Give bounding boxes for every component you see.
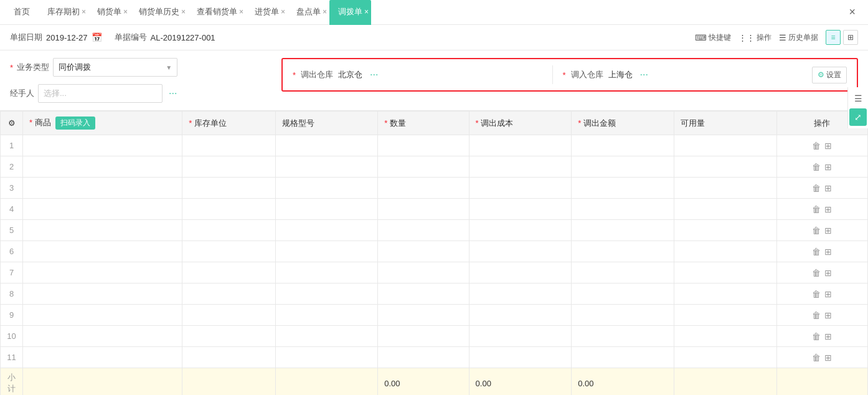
row-qty[interactable] — [378, 220, 469, 241]
row-available[interactable] — [674, 156, 776, 178]
row-qty[interactable] — [378, 305, 469, 326]
row-unit[interactable] — [182, 347, 275, 368]
row-available[interactable] — [674, 178, 776, 199]
row-qty[interactable] — [378, 178, 469, 199]
warehouse-out-more-btn[interactable]: ··· — [367, 69, 380, 80]
copy-icon[interactable]: ⊞ — [824, 247, 832, 257]
row-cost[interactable] — [469, 135, 572, 156]
row-amount[interactable] — [572, 283, 674, 305]
row-spec[interactable] — [275, 156, 378, 178]
copy-icon[interactable]: ⊞ — [824, 183, 832, 193]
row-spec[interactable] — [275, 326, 378, 347]
right-panel-expand-btn[interactable]: ⤢ — [849, 108, 867, 126]
warehouse-in-more-btn[interactable]: ··· — [638, 69, 651, 80]
row-product[interactable] — [23, 135, 182, 156]
row-spec[interactable] — [275, 305, 378, 326]
delete-icon[interactable]: 🗑 — [812, 162, 821, 172]
row-spec[interactable] — [275, 283, 378, 305]
tab-purchase-order-close[interactable]: × — [281, 7, 285, 16]
grid-view-btn[interactable]: ⊞ — [843, 30, 858, 45]
delete-icon[interactable]: 🗑 — [812, 310, 821, 320]
row-spec[interactable] — [275, 178, 378, 199]
row-cost[interactable] — [469, 326, 572, 347]
right-panel-list-btn[interactable]: ☰ — [849, 90, 867, 107]
row-unit[interactable] — [182, 262, 275, 283]
tab-inventory-count-close[interactable]: × — [323, 7, 327, 16]
tab-sales-history[interactable]: 销货单历史 × — [130, 0, 188, 25]
row-amount[interactable] — [572, 305, 674, 326]
row-product[interactable] — [23, 199, 182, 220]
row-unit[interactable] — [182, 326, 275, 347]
business-type-select[interactable]: 同价调拨 ▼ — [53, 58, 177, 77]
calendar-icon[interactable]: 📅 — [92, 32, 102, 42]
row-amount[interactable] — [572, 178, 674, 199]
row-amount[interactable] — [572, 199, 674, 220]
row-unit[interactable] — [182, 305, 275, 326]
tab-inventory-start[interactable]: 库存期初 × — [39, 0, 88, 25]
handler-more-btn[interactable]: ··· — [166, 88, 179, 99]
row-cost[interactable] — [469, 283, 572, 305]
copy-icon[interactable]: ⊞ — [824, 204, 832, 214]
row-cost[interactable] — [469, 305, 572, 326]
row-cost[interactable] — [469, 220, 572, 241]
row-qty[interactable] — [378, 199, 469, 220]
tab-view-sales-close[interactable]: × — [239, 7, 243, 16]
row-amount[interactable] — [572, 135, 674, 156]
row-unit[interactable] — [182, 156, 275, 178]
delete-icon[interactable]: 🗑 — [812, 204, 821, 214]
row-unit[interactable] — [182, 135, 275, 156]
row-amount[interactable] — [572, 262, 674, 283]
row-unit[interactable] — [182, 178, 275, 199]
row-unit[interactable] — [182, 199, 275, 220]
row-unit[interactable] — [182, 283, 275, 305]
tab-sales-order-close[interactable]: × — [123, 7, 128, 16]
copy-icon[interactable]: ⊞ — [824, 331, 832, 341]
row-amount[interactable] — [572, 241, 674, 262]
tab-inventory-count[interactable]: 盘点单 × — [288, 0, 329, 25]
operations-action[interactable]: ⋮⋮ 操作 — [738, 32, 771, 43]
row-available[interactable] — [674, 326, 776, 347]
tab-transfer-order[interactable]: 调拨单 × — [329, 0, 371, 25]
row-amount[interactable] — [572, 347, 674, 368]
row-available[interactable] — [674, 347, 776, 368]
scan-button[interactable]: 扫码录入 — [55, 117, 95, 130]
row-product[interactable] — [23, 326, 182, 347]
row-spec[interactable] — [275, 220, 378, 241]
copy-icon[interactable]: ⊞ — [824, 268, 832, 278]
row-qty[interactable] — [378, 347, 469, 368]
row-cost[interactable] — [469, 178, 572, 199]
row-available[interactable] — [674, 241, 776, 262]
row-spec[interactable] — [275, 135, 378, 156]
tab-sales-order[interactable]: 销货单 × — [88, 0, 130, 25]
row-amount[interactable] — [572, 156, 674, 178]
row-product[interactable] — [23, 220, 182, 241]
tab-home[interactable]: 首页 — [5, 0, 39, 25]
row-available[interactable] — [674, 305, 776, 326]
delete-icon[interactable]: 🗑 — [812, 141, 821, 151]
row-qty[interactable] — [378, 241, 469, 262]
row-qty[interactable] — [378, 135, 469, 156]
row-qty[interactable] — [378, 283, 469, 305]
row-product[interactable] — [23, 283, 182, 305]
delete-icon[interactable]: 🗑 — [812, 268, 821, 278]
settings-button[interactable]: ⚙ 设置 — [812, 67, 847, 83]
tab-sales-history-close[interactable]: × — [181, 7, 186, 16]
row-amount[interactable] — [572, 326, 674, 347]
copy-icon[interactable]: ⊞ — [824, 141, 832, 151]
row-spec[interactable] — [275, 241, 378, 262]
handler-select[interactable]: 选择... — [38, 84, 163, 103]
table-container[interactable]: ⚙ * 商品 扫码录入 * 库存单位 规格型号 * — [0, 111, 868, 395]
tab-inventory-start-close[interactable]: × — [82, 7, 86, 16]
row-cost[interactable] — [469, 199, 572, 220]
row-cost[interactable] — [469, 156, 572, 178]
row-qty[interactable] — [378, 326, 469, 347]
delete-icon[interactable]: 🗑 — [812, 353, 821, 363]
tab-purchase-order[interactable]: 进货单 × — [246, 0, 288, 25]
row-available[interactable] — [674, 283, 776, 305]
row-spec[interactable] — [275, 347, 378, 368]
row-available[interactable] — [674, 262, 776, 283]
row-qty[interactable] — [378, 156, 469, 178]
th-settings[interactable]: ⚙ — [1, 112, 23, 135]
row-cost[interactable] — [469, 347, 572, 368]
row-product[interactable] — [23, 241, 182, 262]
